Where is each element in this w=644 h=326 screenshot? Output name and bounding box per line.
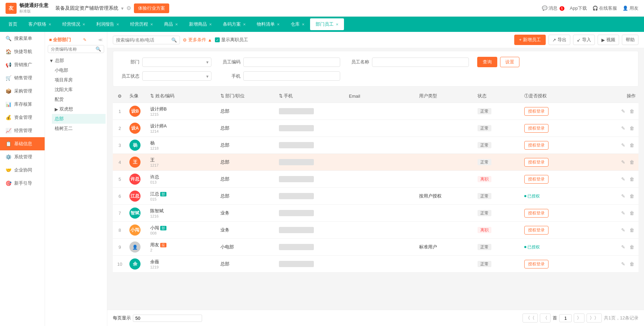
th-phone[interactable]: ⇅ 手机	[276, 89, 346, 103]
filter-phone-input[interactable]	[243, 71, 340, 81]
close-icon[interactable]: ✕	[336, 23, 338, 26]
sidebar-item-sales[interactable]: 🛒 销售管理	[0, 71, 45, 85]
filter-status-select[interactable]	[142, 71, 211, 81]
dept-search-input[interactable]	[51, 47, 96, 52]
sidebar-item-quicknav[interactable]: 🏠 快捷导航	[0, 45, 45, 58]
auth-btn[interactable]: 授权登录	[524, 107, 548, 116]
experience-btn[interactable]: 体验行业方案	[134, 3, 169, 13]
tab-home[interactable]: 首页	[3, 18, 23, 30]
edit-btn[interactable]: ✎	[620, 142, 627, 149]
close-icon[interactable]: ✕	[116, 23, 119, 26]
sidebar-item-inventory[interactable]: 📊 库存核算	[0, 98, 45, 111]
edit-btn[interactable]: ✎	[620, 193, 627, 200]
tab-goods[interactable]: 商品 ✕	[158, 18, 183, 30]
auth-btn[interactable]: 授权登录	[524, 260, 548, 268]
show-offline-toggle[interactable]: ✓ 显示离职员工	[215, 37, 248, 43]
auth-btn[interactable]: 授权登录	[524, 124, 548, 133]
edit-btn[interactable]: ✎	[620, 244, 627, 250]
close-icon[interactable]: ✕	[150, 23, 153, 26]
auth-btn[interactable]: 授权登录	[524, 226, 548, 235]
close-icon[interactable]: ✕	[175, 23, 178, 26]
th-settings[interactable]: ⚙	[113, 89, 127, 103]
user-btn[interactable]: 👤 用友	[623, 5, 638, 11]
page-size-select[interactable]: 50	[133, 315, 202, 322]
export-btn[interactable]: ↗ 导出	[548, 35, 570, 45]
sidebar-item-finance[interactable]: 💰 资金管理	[0, 111, 45, 124]
help-btn[interactable]: 帮助	[622, 35, 638, 45]
message-btn[interactable]: 💬 消息 6	[542, 5, 564, 11]
edit-btn[interactable]: ✎	[620, 176, 627, 183]
filter-dept-select[interactable]	[142, 58, 211, 67]
page-number-input[interactable]	[559, 314, 572, 322]
auth-btn[interactable]: 授权登录	[524, 158, 548, 167]
delete-btn[interactable]: 🗑	[628, 142, 636, 149]
close-icon[interactable]: ✕	[277, 23, 280, 26]
dept-item-xiaodibu[interactable]: 小电部	[52, 65, 106, 75]
collapse-icon[interactable]: ≪	[98, 37, 103, 42]
sidebar-item-marketing[interactable]: 📢 营销推广	[0, 58, 45, 71]
edit-btn[interactable]: ✎	[620, 159, 627, 166]
next-page-btn[interactable]: 〉	[574, 314, 584, 323]
tab-bom[interactable]: 物料清单 ✕	[251, 18, 285, 30]
tab-warehouse[interactable]: 仓库 ✕	[285, 18, 310, 30]
sidebar-item-purchase[interactable]: 📦 采购管理	[0, 85, 45, 98]
query-btn[interactable]: 查询	[477, 57, 497, 67]
delete-btn[interactable]: 🗑	[628, 125, 636, 132]
delete-btn[interactable]: 🗑	[628, 261, 636, 267]
first-page-btn[interactable]: 〈〈	[523, 314, 538, 323]
sidebar-item-guide[interactable]: 🎯 新手引导	[0, 177, 45, 190]
last-page-btn[interactable]: 〉〉	[587, 314, 602, 323]
close-icon[interactable]: ✕	[48, 23, 51, 26]
filter-code-input[interactable]	[243, 58, 340, 67]
more-filter-btn[interactable]: ⚙ 更多条件 ▲	[183, 37, 212, 43]
sidebar-item-operations[interactable]: 📈 经营管理	[0, 124, 45, 137]
settings-icon[interactable]: ⚙	[126, 5, 131, 11]
add-employee-btn[interactable]: + 新增员工	[514, 35, 546, 45]
auth-btn[interactable]: 授权登录	[524, 175, 548, 184]
auth-btn[interactable]: 授权登录	[524, 209, 548, 218]
close-icon[interactable]: ✕	[209, 23, 212, 26]
dept-search-box[interactable]: 🔍	[48, 45, 104, 53]
tab-profit[interactable]: 利润报告 ✕	[91, 18, 125, 30]
sidebar-item-basic[interactable]: 📋 基础信息	[0, 137, 45, 150]
search-box[interactable]: 🔍	[113, 36, 180, 44]
app-download-btn[interactable]: App下载	[570, 5, 587, 11]
dept-item-shenyang[interactable]: 沈阳大库	[52, 85, 106, 95]
delete-btn[interactable]: 🗑	[628, 227, 636, 234]
close-icon[interactable]: ✕	[82, 23, 85, 26]
dept-item-zongbu[interactable]: 总部	[52, 114, 106, 124]
edit-btn[interactable]: ✎	[620, 125, 627, 132]
prev-page-btn[interactable]: 〈	[540, 314, 551, 323]
edit-btn[interactable]: ✎	[620, 108, 627, 115]
view-btn[interactable]: ▶ 视频	[598, 35, 619, 45]
sidebar-item-collab[interactable]: 🤝 企业协同	[0, 164, 45, 177]
delete-btn[interactable]: 🗑	[628, 159, 636, 166]
delete-btn[interactable]: 🗑	[628, 176, 636, 183]
dept-item-zhushu[interactable]: 植树王二	[52, 124, 106, 133]
dept-edit-icon[interactable]: ✎	[83, 37, 87, 42]
edit-btn[interactable]: ✎	[620, 261, 627, 267]
search-input[interactable]	[116, 37, 171, 43]
close-icon[interactable]: ✕	[243, 23, 246, 26]
th-dept-position[interactable]: ⇅ 部门/职位	[218, 89, 276, 103]
tab-dept-staff[interactable]: 部门员工 ✕	[310, 18, 344, 30]
dept-item-headquarters[interactable]: ▼ 总部	[46, 56, 106, 65]
auth-btn[interactable]: 授权登录	[524, 141, 548, 150]
delete-btn[interactable]: 🗑	[628, 108, 636, 115]
close-icon[interactable]: ✕	[302, 23, 305, 26]
delete-btn[interactable]: 🗑	[628, 244, 636, 250]
dropdown-icon[interactable]: ▾	[121, 6, 124, 11]
sidebar-item-search[interactable]: 🔍 搜索菜单	[0, 32, 45, 45]
edit-btn[interactable]: ✎	[620, 227, 627, 234]
dept-item-projectroom[interactable]: 项目库房	[52, 75, 106, 85]
dept-item-shuanghu[interactable]: ▶ 双虎想	[52, 104, 106, 114]
tab-barcode[interactable]: 条码方案 ✕	[217, 18, 251, 30]
delete-btn[interactable]: 🗑	[628, 210, 636, 217]
import-btn[interactable]: ↙ 导入	[573, 35, 595, 45]
delete-btn[interactable]: 🗑	[628, 193, 636, 200]
sidebar-item-system[interactable]: ⚙️ 系统管理	[0, 150, 45, 164]
tab-history[interactable]: 经营历程 ✕	[125, 18, 158, 30]
filter-name-input[interactable]	[372, 58, 469, 67]
tab-operations[interactable]: 经营情况 ✕	[57, 18, 91, 30]
edit-btn[interactable]: ✎	[620, 210, 627, 217]
